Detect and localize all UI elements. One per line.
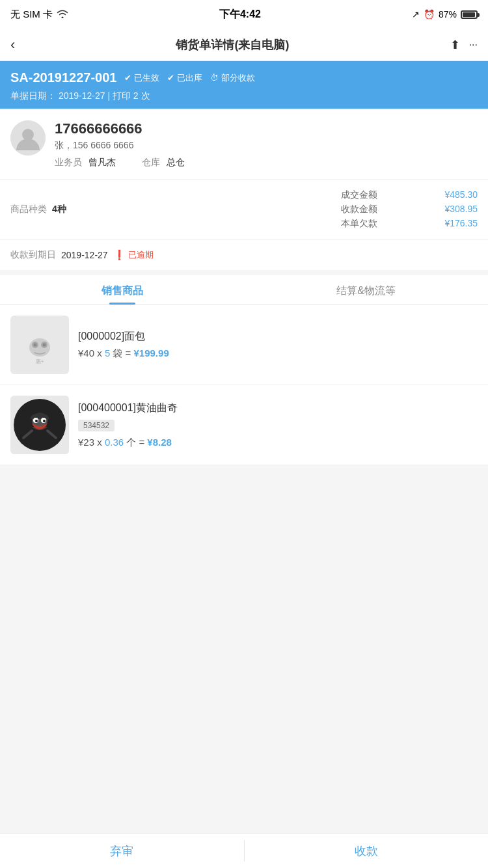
badge-partial: ⏱ 部分收款 — [210, 72, 255, 84]
badge-shipped: ✔ 已出库 — [167, 72, 202, 84]
more-button[interactable]: ··· — [469, 39, 478, 51]
due-date-section: 收款到期日 2019-12-27 ❗ 已逾期 — [0, 240, 488, 270]
battery-percent: 87% — [439, 9, 457, 20]
due-date: 2019-12-27 — [61, 250, 108, 260]
product-type-count: 4种 — [52, 204, 66, 214]
product-price-2: ¥23 x 0.36 个 = ¥8.28 — [78, 437, 478, 449]
summary-section: 商品种类 4种 成交金额 ¥485.30 收款金额 ¥308.95 本单欠款 ¥… — [0, 180, 488, 239]
received-value: ¥308.95 — [444, 204, 478, 215]
due-label: 收款到期日 — [10, 249, 56, 261]
location-icon: ↗ — [412, 9, 420, 20]
customer-phone: 17666666666 — [55, 120, 478, 137]
product-code-2: [000400001] — [78, 402, 136, 413]
deal-amount-label: 成交金额 — [341, 189, 377, 201]
product-type-label: 商品种类 — [10, 204, 47, 214]
avatar — [10, 120, 46, 156]
clock-icon: ⏱ — [210, 73, 219, 83]
product-code-1: [0000002] — [78, 331, 124, 342]
svg-point-7 — [43, 344, 46, 347]
customer-section: 17666666666 张，156 6666 6666 业务员 曾凡杰 仓库 总… — [0, 110, 488, 179]
print-unit: 次 — [141, 90, 150, 101]
bottom-bar: 弃审 收款 — [0, 833, 488, 868]
received-label: 收款金额 — [341, 204, 377, 215]
product-name-1: [0000002]面包 — [78, 330, 478, 344]
received-amount-row: 收款金额 ¥308.95 — [341, 204, 478, 215]
carrier-text: 无 SIM 卡 — [10, 8, 53, 21]
product-type: 商品种类 4种 — [10, 204, 66, 215]
product-info-2: [000400001]黄油曲奇 534532 ¥23 x 0.36 个 = ¥8… — [78, 401, 478, 449]
deal-amount-row: 成交金额 ¥485.30 — [341, 189, 478, 201]
header-banner: SA-20191227-001 ✔ 已生效 ✔ 已出库 ⏱ 部分收款 单据日期：… — [0, 61, 488, 109]
alarm-icon: ⏰ — [424, 9, 435, 20]
summary-row: 商品种类 4种 成交金额 ¥485.30 收款金额 ¥308.95 本单欠款 ¥… — [10, 189, 478, 230]
product-item: 惠+ [0000002]面包 ¥40 x 5 袋 = ¥199.99 — [0, 305, 488, 385]
print-count: 2 — [133, 90, 139, 101]
product-info-1: [0000002]面包 ¥40 x 5 袋 = ¥199.99 — [78, 330, 478, 360]
tab-products[interactable]: 销售商品 — [0, 275, 244, 305]
product-thumbnail-1: 惠+ — [10, 316, 69, 374]
tabs-section: 销售商品 结算&物流等 惠+ — [0, 275, 488, 465]
cancel-button[interactable]: 弃审 — [0, 834, 244, 868]
order-id: SA-20191227-001 — [10, 70, 116, 85]
product-qty-2: 0.36 — [105, 437, 124, 448]
nav-right: ⬆ ··· — [450, 38, 478, 52]
product-total-1: ¥199.99 — [134, 347, 169, 359]
status-carrier-area: 无 SIM 卡 — [10, 8, 68, 21]
thumb-placeholder-1: 惠+ — [10, 316, 69, 374]
thumb-placeholder-2 — [10, 396, 69, 454]
tabs-header: 销售商品 结算&物流等 — [0, 275, 488, 305]
bottom-spacer — [0, 465, 488, 500]
customer-info: 17666666666 张，156 6666 6666 业务员 曾凡杰 仓库 总… — [55, 120, 478, 169]
overdue-text: 已逾期 — [128, 249, 154, 261]
product-qty-1: 5 — [105, 347, 110, 359]
owed-label: 本单欠款 — [341, 218, 377, 230]
amounts: 成交金额 ¥485.30 收款金额 ¥308.95 本单欠款 ¥176.35 — [341, 189, 478, 230]
warehouse-label: 仓库 — [142, 157, 160, 167]
product-price-1: ¥40 x 5 袋 = ¥199.99 — [78, 347, 478, 360]
svg-point-15 — [43, 420, 46, 422]
owed-amount-row: 本单欠款 ¥176.35 — [341, 218, 478, 230]
battery-icon — [461, 10, 478, 19]
check-icon2: ✔ — [167, 73, 174, 83]
banner-date-row: 单据日期： 2019-12-27 | 打印 2 次 — [10, 90, 478, 102]
product-total-2: ¥8.28 — [147, 437, 172, 448]
print-label: | 打印 — [107, 90, 133, 101]
sales-person: 业务员 曾凡杰 — [55, 157, 116, 169]
banner-row1: SA-20191227-001 ✔ 已生效 ✔ 已出库 ⏱ 部分收款 — [10, 70, 478, 85]
tab-settlement[interactable]: 结算&物流等 — [244, 275, 488, 305]
nav-left: ‹ — [10, 36, 15, 53]
svg-point-14 — [35, 420, 38, 422]
product-tag-2: 534532 — [78, 420, 115, 431]
status-bar: 无 SIM 卡 下午4:42 ↗ ⏰ 87% — [0, 0, 488, 29]
product-name-2: [000400001]黄油曲奇 — [78, 401, 478, 415]
svg-point-6 — [34, 344, 37, 347]
product-list: 惠+ [0000002]面包 ¥40 x 5 袋 = ¥199.99 — [0, 305, 488, 465]
product-item-2: [000400001]黄油曲奇 534532 ¥23 x 0.36 个 = ¥8… — [0, 385, 488, 465]
sales-label: 业务员 — [55, 157, 82, 167]
product-thumbnail-2 — [10, 396, 69, 454]
overdue-badge: ❗ 已逾期 — [113, 249, 154, 261]
status-right-area: ↗ ⏰ 87% — [412, 9, 478, 20]
share-button[interactable]: ⬆ — [450, 38, 460, 52]
sales-name: 曾凡杰 — [88, 157, 116, 167]
confirm-button[interactable]: 收款 — [245, 834, 489, 868]
nav-title: 销货单详情(来自电脑) — [176, 37, 289, 53]
wifi-icon — [57, 9, 68, 20]
nav-bar: ‹ 销货单详情(来自电脑) ⬆ ··· — [0, 29, 488, 61]
customer-meta: 业务员 曾凡杰 仓库 总仓 — [55, 157, 478, 169]
check-icon1: ✔ — [124, 73, 131, 83]
warehouse-name: 总仓 — [167, 157, 185, 167]
warehouse: 仓库 总仓 — [142, 157, 185, 169]
date-label: 单据日期： — [10, 90, 56, 101]
badge-active: ✔ 已生效 — [124, 72, 159, 84]
overdue-icon: ❗ — [113, 249, 126, 261]
status-time: 下午4:42 — [219, 8, 261, 21]
deal-amount-value: ¥485.30 — [444, 189, 478, 201]
back-button[interactable]: ‹ — [10, 36, 15, 53]
customer-name: 张，156 6666 6666 — [55, 140, 478, 152]
svg-text:惠+: 惠+ — [35, 359, 44, 364]
owed-value: ¥176.35 — [444, 218, 478, 230]
order-date: 2019-12-27 — [59, 90, 105, 101]
